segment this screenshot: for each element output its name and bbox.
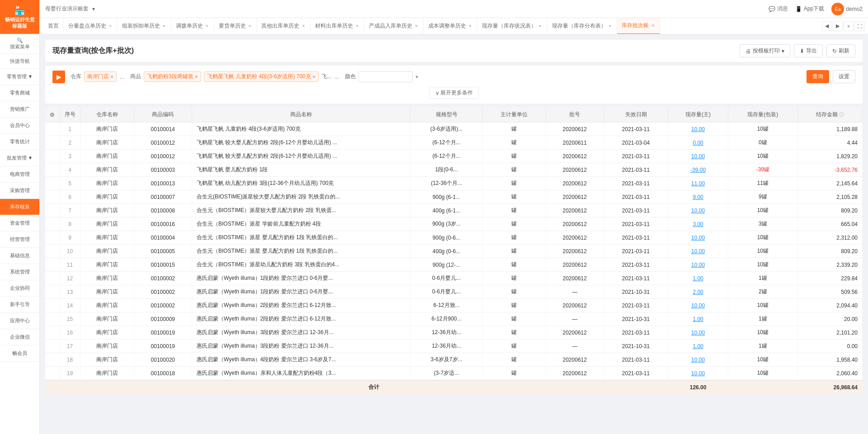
amount-info-icon[interactable]: ⓘ — [839, 111, 844, 118]
topbar-download[interactable]: 📱 App下载 — [795, 5, 824, 13]
cell-qty-main[interactable]: 3.00 — [668, 217, 728, 231]
cell-batch: 20200612 — [546, 163, 604, 177]
total-empty-1 — [45, 380, 60, 394]
cell-qty-main[interactable]: 10.00 — [668, 326, 728, 340]
product-tag-2-remove[interactable]: × — [312, 74, 316, 80]
sidebar-search[interactable]: 🔍 搜索菜单 — [0, 34, 39, 54]
cell-qty-main[interactable]: 1.00 — [668, 272, 728, 285]
sidebar-item-appcentre[interactable]: 应用中心 — [0, 313, 39, 329]
tab-home[interactable]: 首页 — [43, 18, 64, 34]
sidebar-item-member2[interactable]: 畅会员 — [0, 345, 39, 362]
cell-amount: 809.20 — [797, 245, 862, 258]
tab-assemble[interactable]: 组装拆卸单历史× — [118, 18, 171, 34]
tab-transfer[interactable]: 调拨单历史× — [171, 18, 214, 34]
sidebar-item-ecommerce[interactable]: 电商管理 — [0, 166, 39, 183]
product-tag-2[interactable]: 飞鹤星飞帆 儿童奶粉 4段(3-6岁适用) 700克 × — [204, 71, 319, 82]
tab-close[interactable]: × — [414, 23, 419, 29]
template-print-button[interactable]: 🖨 按模板打印 ▾ — [740, 44, 790, 57]
cell-qty-main[interactable]: 10.00 — [668, 123, 728, 136]
sidebar-item-finance[interactable]: 资金管理 — [0, 215, 39, 231]
tab-close[interactable]: × — [108, 23, 113, 29]
sidebar-item-purchase[interactable]: 采购管理 — [0, 183, 39, 199]
cell-qty-main[interactable]: 0.00 — [668, 136, 728, 150]
topbar-user[interactable]: Ea demo2 — [831, 3, 863, 15]
tab-product-in[interactable]: 产成品入库单历史× — [364, 18, 424, 34]
cell-qty-main[interactable]: 9.00 — [668, 190, 728, 204]
topbar-message[interactable]: 💬 消息 — [769, 5, 788, 13]
export-label: 导出 — [806, 47, 817, 55]
tab-nav-more[interactable]: ⛶ — [854, 21, 864, 31]
tab-close[interactable]: × — [608, 23, 613, 29]
cell-qty-main[interactable]: 10.00 — [668, 204, 728, 217]
sidebar-item-marketing[interactable]: 营销推广 — [0, 101, 39, 118]
sidebar-item-enterprise[interactable]: 企业微信 — [0, 329, 39, 345]
cell-qty-main[interactable]: 10.00 — [668, 299, 728, 312]
cell-qty-main[interactable]: 10.00 — [668, 367, 728, 381]
cell-amount: 2,145.64 — [797, 177, 862, 190]
tab-stock-batch[interactable]: 库存批次账× — [617, 18, 660, 34]
tab-close[interactable]: × — [468, 23, 472, 29]
settings-button[interactable]: 设置 — [833, 70, 855, 83]
expand-more-btn[interactable]: ∨ 展开更多条件 — [429, 87, 479, 99]
cell-qty-main[interactable]: 10.00 — [668, 258, 728, 272]
cell-qty-main[interactable]: 10.00 — [668, 353, 728, 367]
cell-qty-main[interactable]: 10.00 — [668, 150, 728, 163]
tab-close[interactable]: × — [301, 23, 306, 29]
cell-qty-main[interactable]: 2.00 — [668, 285, 728, 299]
sidebar-item-inventory[interactable]: 库存核算 — [0, 199, 39, 215]
th-settings[interactable]: ⚙ — [45, 107, 60, 123]
color-dropdown-arrow[interactable]: ▾ — [415, 74, 418, 80]
query-button[interactable]: 查询 — [807, 70, 829, 83]
tab-stock-dist[interactable]: 现存量（库存分布表）× — [547, 18, 618, 34]
settings-icon[interactable]: ⚙ — [50, 112, 55, 118]
tab-nav-close[interactable]: × — [844, 21, 854, 31]
tab-nav-right[interactable]: ▶ — [833, 21, 843, 31]
cell-expire: 2021-03-11 — [604, 177, 668, 190]
warehouse-tag[interactable]: 南岸门店 × — [84, 71, 117, 82]
product-tag-1[interactable]: 飞鹤奶粉3段两罐装 × — [144, 71, 201, 82]
export-button[interactable]: ⬇ 导出 — [794, 44, 823, 57]
sidebar-quick-nav[interactable]: 快捷导航 — [0, 54, 39, 69]
cell-qty-main[interactable]: 10.00 — [668, 245, 728, 258]
cell-qty-main[interactable]: -39.00 — [668, 163, 728, 177]
topbar-dropdown-icon[interactable]: ▾ — [92, 6, 95, 12]
tab-close[interactable]: × — [205, 23, 209, 29]
warehouse-tag-remove[interactable]: × — [110, 74, 113, 80]
tab-close[interactable]: × — [162, 23, 166, 29]
product-tag-1-remove[interactable]: × — [195, 74, 198, 80]
cell-qty-main[interactable]: 1.00 — [668, 340, 728, 353]
sidebar-item-basic[interactable]: 基础信息 — [0, 248, 39, 264]
color-input[interactable] — [359, 71, 413, 82]
sidebar-item-member[interactable]: 会员中心 — [0, 118, 39, 134]
sidebar-item-retail[interactable]: 零售管理 ▼ — [0, 69, 39, 85]
data-table: ⚙ 序号 仓库名称 商品编码 商品名称 规格型号 主计量单位 批号 失效日期 现… — [45, 107, 863, 394]
refresh-button[interactable]: ↻ 刷新 — [826, 44, 855, 57]
sidebar-item-guide[interactable]: 新手引导 — [0, 297, 39, 313]
sidebar-item-retail-stat[interactable]: 零售统计 — [0, 134, 39, 150]
sidebar-item-system[interactable]: 系统管理 — [0, 264, 39, 280]
sidebar-item-retail-shop[interactable]: 零售商城 — [0, 85, 39, 101]
tab-cost-adjust[interactable]: 成本调整单历史× — [424, 18, 477, 34]
tab-close-active[interactable]: × — [651, 23, 655, 28]
filter-toggle-button[interactable]: ▶ — [52, 71, 65, 83]
product-more[interactable]: 飞... — [321, 73, 331, 80]
tab-close[interactable]: × — [538, 23, 542, 29]
sidebar-item-operation[interactable]: 经营管理 — [0, 231, 39, 248]
product-extra-dots[interactable]: … — [334, 74, 340, 80]
tab-requisition[interactable]: 要货单历史× — [214, 18, 257, 34]
cell-qty-main[interactable]: 1.00 — [668, 312, 728, 326]
tab-material-out[interactable]: 材料出库单历史× — [311, 18, 364, 34]
cell-unit: 罐 — [482, 163, 546, 177]
tab-stock-status[interactable]: 现存量（库存状况表）× — [477, 18, 547, 34]
tab-other-out[interactable]: 其他出库单历史× — [257, 18, 311, 34]
color-label: 颜色 — [345, 73, 356, 80]
tab-close[interactable]: × — [355, 23, 359, 29]
cell-qty-main[interactable]: 10.00 — [668, 231, 728, 245]
warehouse-more[interactable]: … — [119, 74, 125, 80]
sidebar-item-wholesale[interactable]: 批发管理 ▼ — [0, 150, 39, 166]
tab-nav-left[interactable]: ◀ — [822, 21, 832, 31]
tab-inventory-check[interactable]: 分量盘点单历史× — [64, 18, 118, 34]
cell-qty-main[interactable]: 11.00 — [668, 177, 728, 190]
sidebar-item-cooperation[interactable]: 企业协同 — [0, 280, 39, 297]
tab-close[interactable]: × — [248, 23, 252, 29]
